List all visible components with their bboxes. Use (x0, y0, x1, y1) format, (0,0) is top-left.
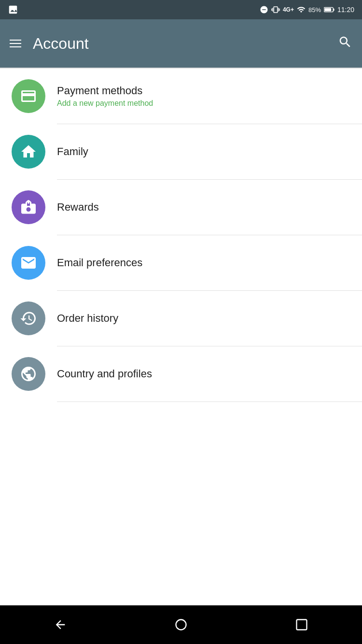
country-profiles-text: Country and profiles (57, 368, 152, 380)
list-item-order-history[interactable]: Order history (0, 291, 362, 346)
payment-methods-title: Payment methods (57, 85, 153, 97)
svg-rect-2 (333, 9, 334, 11)
list-item-rewards[interactable]: Rewards (0, 180, 362, 235)
list-item-country-profiles[interactable]: Country and profiles (0, 346, 362, 401)
page-title: Account (33, 35, 338, 53)
time: 11:20 (337, 6, 354, 14)
order-history-title: Order history (57, 312, 118, 325)
home-button[interactable] (167, 610, 195, 639)
email-preferences-icon (12, 246, 45, 280)
recent-apps-button[interactable] (287, 610, 316, 639)
photo-icon (8, 4, 18, 15)
list-item-email-preferences[interactable]: Email preferences (0, 235, 362, 290)
search-button[interactable] (338, 35, 352, 53)
menu-button[interactable] (10, 40, 21, 47)
back-button[interactable] (46, 610, 75, 639)
order-history-text: Order history (57, 312, 118, 325)
svg-rect-4 (297, 620, 307, 630)
vibrate-icon (271, 5, 280, 14)
email-preferences-title: Email preferences (57, 257, 142, 269)
family-title: Family (57, 145, 88, 158)
list-item-payment-methods[interactable]: Payment methods Add a new payment method (0, 69, 362, 124)
status-bar: 4G+ 85% 11:20 (0, 0, 362, 19)
network-type: 4G+ (283, 6, 294, 13)
status-icons: 4G+ 85% 11:20 (260, 5, 354, 14)
rewards-icon (12, 190, 45, 224)
app-bar: Account (0, 19, 362, 68)
battery-icon (324, 6, 334, 13)
payment-methods-subtitle: Add a new payment method (57, 99, 153, 108)
rewards-text: Rewards (57, 201, 99, 214)
country-profiles-title: Country and profiles (57, 368, 152, 380)
nav-bar (0, 605, 362, 644)
signal-icon (297, 5, 306, 14)
rewards-title: Rewards (57, 201, 99, 214)
email-preferences-text: Email preferences (57, 257, 142, 269)
battery-percent: 85% (308, 6, 321, 14)
payment-methods-icon (12, 79, 45, 113)
list-item-family[interactable]: Family (0, 124, 362, 179)
order-history-icon (12, 301, 45, 335)
country-profiles-icon (12, 357, 45, 391)
divider-6 (57, 401, 362, 402)
family-text: Family (57, 145, 88, 158)
svg-point-3 (176, 620, 186, 630)
payment-methods-text: Payment methods Add a new payment method (57, 85, 153, 108)
family-icon (12, 135, 45, 169)
dnd-icon (260, 5, 268, 14)
menu-list: Payment methods Add a new payment method… (0, 69, 362, 605)
svg-rect-1 (324, 8, 331, 11)
